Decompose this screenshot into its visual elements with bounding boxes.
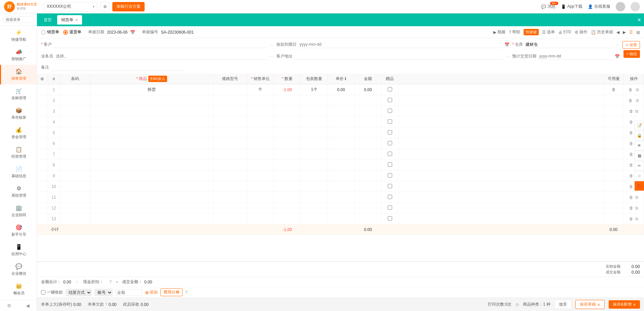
row-qty-cell[interactable] <box>274 95 301 106</box>
delete-row-button[interactable]: 🗑 <box>629 87 633 92</box>
app-download-button[interactable]: 📱 App下载 <box>561 4 582 9</box>
video-link[interactable]: ▶ 视频 <box>493 29 505 35</box>
gift-checkbox[interactable] <box>388 141 392 145</box>
delete-row-button[interactable]: 🗑 <box>629 206 633 210</box>
delete-row-button[interactable]: 🗑 <box>629 109 633 114</box>
row-barcode-cell[interactable] <box>60 95 90 106</box>
delete-row-button[interactable]: 🗑 <box>629 141 633 146</box>
settings-button[interactable]: ⊙ 设置 <box>622 41 640 49</box>
gift-checkbox[interactable] <box>388 152 392 156</box>
gift-checkbox[interactable] <box>388 205 392 210</box>
customer-input[interactable] <box>53 41 268 48</box>
row-spec-cell[interactable] <box>213 84 247 95</box>
sidebar-search-input[interactable] <box>3 16 34 23</box>
radio-return-order[interactable]: 退货单 <box>63 29 81 35</box>
copy-row-button[interactable]: ⧉ <box>635 206 638 210</box>
nav-prev-icon[interactable]: ◀ <box>616 30 619 35</box>
copy-row-button[interactable]: ⧉ <box>635 195 638 200</box>
customer-dots[interactable]: ··· <box>270 42 274 47</box>
settlement-method-select[interactable]: 结算方式 <box>66 289 92 296</box>
customer-addr-dots[interactable]: ··· <box>505 54 509 59</box>
float-eye-button[interactable]: 👁 <box>635 141 644 150</box>
delete-row-button[interactable]: 🗑 <box>629 184 633 189</box>
radio-sales-order[interactable]: 销货单 <box>41 29 59 35</box>
select-order-link[interactable]: ☰ 选单 <box>542 29 555 35</box>
calendar-icon[interactable]: 📅 <box>130 30 135 35</box>
one-click-pay-checkbox[interactable]: 一键收款 <box>41 289 63 295</box>
float-bookmark-button[interactable]: 🔖 <box>635 181 644 191</box>
sidebar-item-ops[interactable]: 📋 经营管理 <box>0 143 37 162</box>
sidebar-item-system[interactable]: ⚙ 系统管理 <box>0 182 37 201</box>
sidebar-item-quick-nav[interactable]: ⚡ 快捷导航 <box>0 26 37 45</box>
delete-row-button[interactable]: 🗑 <box>629 98 633 103</box>
row-price-cell[interactable] <box>328 95 354 106</box>
tab-sales-order[interactable]: 销货单 ✕ <box>57 15 82 25</box>
delete-row-button[interactable]: 🗑 <box>629 163 633 167</box>
logistics-button[interactable]: + 物流 <box>623 50 640 58</box>
row-pkg-cell[interactable]: 1个 <box>301 84 328 95</box>
operation-link[interactable]: ⚙ 操作 <box>575 29 588 35</box>
shortcut-button[interactable]: 快捷键 <box>524 29 539 35</box>
sidebar-item-inventory[interactable]: 📦 库存核算 <box>0 104 37 123</box>
delete-row-button[interactable]: 🗑 <box>629 195 633 200</box>
sidebar-collapse-button[interactable]: ◀ <box>26 303 30 308</box>
messages-button[interactable]: 💬 消息 99+ <box>541 4 556 9</box>
receive-date-calendar-icon[interactable]: 📅 <box>504 42 509 47</box>
gift-checkbox[interactable] <box>388 109 392 113</box>
row-spec-cell[interactable] <box>213 95 247 106</box>
float-lock-button[interactable]: 🔒 <box>635 131 644 140</box>
copy-row-button[interactable]: ⧉ <box>635 217 638 221</box>
sidebar-item-app-center[interactable]: 📱 应用中心 <box>0 240 37 260</box>
sidebar-settings-button[interactable]: ⚙ <box>7 303 11 308</box>
company-selector[interactable]: XXXXXX公司 ▾ <box>44 2 98 11</box>
gift-checkbox[interactable] <box>388 173 392 178</box>
row-product-cell[interactable] <box>90 95 213 106</box>
sidebar-item-sales[interactable]: 🏠 销售管理 <box>0 65 37 84</box>
sidebar-item-guide[interactable]: 🎯 新手引导 <box>0 221 37 240</box>
table-container[interactable]: ⚙ # 条码 * 商品 扫码录入 规格型号 销售单位 数量 包装数量 单价 ℹ … <box>37 74 644 262</box>
view-grid-icon[interactable]: ▦ <box>636 30 640 35</box>
minus-icon[interactable]: － <box>75 279 79 285</box>
amount-input[interactable] <box>115 289 142 296</box>
row-barcode-cell[interactable] <box>60 84 90 95</box>
row-unit-cell[interactable]: 个 <box>247 84 274 95</box>
row-amount-cell[interactable]: 0.00 <box>354 84 381 95</box>
save-new-button[interactable]: 保存&新增 ∧ <box>609 300 640 309</box>
row-qty-cell[interactable]: -1.00 <box>274 84 301 95</box>
gift-checkbox[interactable] <box>388 216 392 221</box>
sidebar-item-wechat[interactable]: 💬 企业微信 <box>0 260 37 279</box>
float-table-button[interactable]: ▦ <box>635 151 644 160</box>
history-link[interactable]: 📋 历史单据 <box>591 29 613 35</box>
delete-row-button[interactable]: 🗑 <box>629 173 633 178</box>
expense-help-icon[interactable]: ? <box>185 290 188 295</box>
trial-plan-button[interactable]: 体验行业方案 <box>112 2 145 11</box>
customer-addr-input[interactable] <box>294 53 503 60</box>
add-payment-button[interactable]: ⊕ 添加 <box>145 289 158 295</box>
debt-help-icon[interactable]: ? <box>105 303 107 306</box>
sidebar-item-enterprise[interactable]: 🏢 企业协同 <box>0 201 37 221</box>
row-product-cell[interactable]: 拆货 <box>90 84 213 95</box>
company-settings-button[interactable]: ⚙ <box>100 2 110 11</box>
avatar-2[interactable] <box>631 2 640 11</box>
salesperson-dots[interactable]: ··· <box>270 54 274 59</box>
sidebar-item-vip[interactable]: 👑 畅会员 <box>0 279 37 299</box>
gift-checkbox[interactable] <box>388 184 392 188</box>
gift-checkbox[interactable] <box>388 119 392 124</box>
expected-date-input[interactable] <box>538 53 613 60</box>
row-price-cell[interactable]: 0.00 <box>328 84 354 95</box>
print-link[interactable]: 🖨 打印 <box>558 29 571 35</box>
copy-row-button[interactable]: ⧉ <box>635 109 638 114</box>
copy-row-button[interactable]: ⧉ <box>636 98 639 103</box>
discard-button[interactable]: 放弃 <box>555 300 571 309</box>
sidebar-item-purchase[interactable]: 🛒 采购管理 <box>0 84 37 104</box>
tab-close-icon[interactable]: ✕ <box>75 18 78 22</box>
online-service-button[interactable]: 👤 在线客服 <box>588 4 610 9</box>
gift-checkbox[interactable] <box>388 130 392 134</box>
warehouse-dots[interactable]: ··· <box>616 42 620 47</box>
warehouse-input[interactable] <box>524 41 614 48</box>
delete-row-button[interactable]: 🗑 <box>629 130 633 135</box>
gift-checkbox[interactable] <box>388 87 392 91</box>
row-pkg-cell[interactable] <box>301 95 328 106</box>
sidebar-item-marketing[interactable]: 📣 营销推广 <box>0 45 37 65</box>
tab-home[interactable]: 首页 <box>40 15 56 25</box>
